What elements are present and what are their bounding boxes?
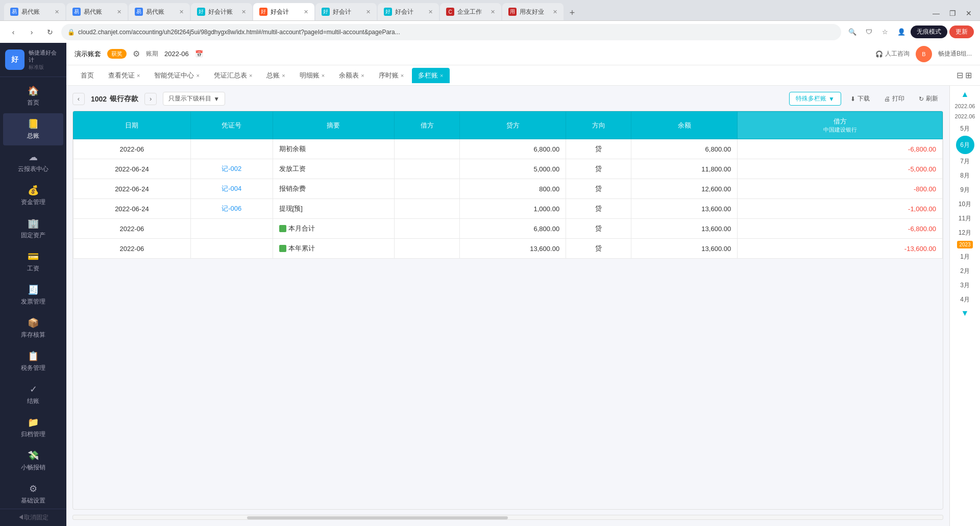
tab-view-voucher-close[interactable]: ×	[137, 72, 140, 79]
tab-close-4[interactable]: ✕	[241, 9, 246, 15]
browser-tab-8[interactable]: C 企业工作 ✕	[440, 3, 501, 20]
tab-balance-table-close[interactable]: ×	[361, 72, 364, 79]
tab-close-8[interactable]: ✕	[491, 9, 495, 15]
month-feb-2023[interactable]: 2月	[954, 264, 976, 278]
tab-sequence-ledger-close[interactable]: ×	[401, 72, 404, 79]
month-june[interactable]: 6月	[956, 136, 974, 154]
sidebar-item-tax[interactable]: 📋 税务管理	[3, 345, 63, 378]
sidebar-item-expense[interactable]: 💸 小畅报销	[3, 445, 63, 477]
tab-multi-ledger-close[interactable]: ×	[440, 72, 443, 79]
settings-icon[interactable]: ⚙	[133, 49, 140, 59]
sidebar-item-inventory[interactable]: 📦 库存核算	[3, 312, 63, 344]
update-button[interactable]: 更新	[949, 26, 974, 38]
voucher-link[interactable]: 记-006	[222, 205, 241, 212]
print-button[interactable]: 🖨 打印	[879, 92, 910, 105]
tab-view-voucher[interactable]: 查看凭证 ×	[102, 68, 146, 83]
tab-close-3[interactable]: ✕	[179, 9, 184, 15]
sidebar-item-salary[interactable]: 💳 工资	[3, 246, 63, 278]
new-tab-button[interactable]: +	[565, 5, 580, 20]
month-september[interactable]: 9月	[954, 183, 976, 197]
browser-tab-2[interactable]: 易 易代账 ✕	[66, 3, 128, 20]
sidebar-item-close[interactable]: ✓ 结账	[3, 379, 63, 411]
tab-minimize-button[interactable]: —	[929, 6, 943, 20]
no-trace-button[interactable]: 无痕模式	[911, 26, 947, 38]
back-button[interactable]: ‹	[6, 25, 20, 39]
month-december[interactable]: 12月	[954, 226, 976, 240]
cell-voucher[interactable]: 记-002	[190, 159, 273, 179]
sidebar-item-invoice[interactable]: 🧾 发票管理	[3, 279, 63, 311]
tab-voucher-summary[interactable]: 凭证汇总表 ×	[208, 68, 258, 83]
download-button[interactable]: ⬇ 下载	[845, 92, 875, 105]
month-october[interactable]: 10月	[954, 197, 976, 211]
cell-voucher[interactable]: 记-006	[190, 199, 273, 219]
tab-general-ledger[interactable]: 总账 ×	[260, 68, 291, 83]
cell-voucher[interactable]: 记-004	[190, 179, 273, 199]
month-apr-2023[interactable]: 4月	[954, 292, 976, 307]
scroll-down-button[interactable]: ▼	[959, 307, 971, 320]
month-may[interactable]: 5月	[954, 121, 976, 136]
refresh-button[interactable]: ↻	[43, 25, 57, 39]
browser-tab-4[interactable]: 好 好会计账 ✕	[191, 3, 252, 20]
browser-tab-9[interactable]: 用 用友好业 ✕	[502, 3, 564, 20]
special-multi-ledger-button[interactable]: 特殊多栏账 ▼	[789, 92, 841, 106]
filter-button[interactable]: 只显示下级科目 ▼	[163, 92, 225, 106]
month-august[interactable]: 8月	[954, 168, 976, 183]
month-july[interactable]: 7月	[954, 154, 976, 168]
browser-tab-7[interactable]: 好 好会计 ✕	[378, 3, 439, 20]
tab-detail-ledger-close[interactable]: ×	[322, 72, 325, 79]
th-extra-debit: 借方 中国建设银行	[738, 112, 943, 139]
user-avatar[interactable]: B	[916, 46, 932, 62]
browser-tab-6[interactable]: 好 好会计 ✕	[315, 3, 377, 20]
tab-restore-button[interactable]: ❐	[945, 6, 960, 20]
account-next-button[interactable]: ›	[144, 93, 157, 105]
refresh-button-ledger[interactable]: ↻ 刷新	[914, 92, 943, 105]
url-bar[interactable]: 🔒 cloud2.chanjet.com/accounting/uh26t264…	[61, 24, 841, 40]
scroll-up-button[interactable]: ▲	[959, 88, 971, 101]
ledger-table-wrapper[interactable]: 日期 凭证号 摘要 借方 贷方 方向 余额 借方 中国建设银行	[72, 111, 943, 510]
browser-tab-5[interactable]: 好 好会计 ✕	[253, 3, 314, 20]
tab-close-6[interactable]: ✕	[366, 9, 371, 15]
tab-smart-voucher-close[interactable]: ×	[196, 72, 199, 79]
account-badge[interactable]: 获奖	[107, 49, 127, 59]
month-jan-2023[interactable]: 1月	[954, 249, 976, 264]
tab-close-2[interactable]: ✕	[117, 9, 121, 15]
sidebar-item-fixed-assets[interactable]: 🏢 固定资产	[3, 213, 63, 245]
search-icon[interactable]: 🔍	[845, 25, 860, 39]
shield-icon[interactable]: 🛡	[862, 25, 876, 39]
browser-tab-3[interactable]: 易 易代账 ✕	[129, 3, 190, 20]
tab-sequence-ledger[interactable]: 序时账 ×	[373, 68, 410, 83]
month-november[interactable]: 11月	[954, 211, 976, 226]
forward-button[interactable]: ›	[24, 25, 39, 39]
tab-close-7[interactable]: ✕	[428, 9, 433, 15]
sidebar-item-archive[interactable]: 📁 归档管理	[3, 412, 63, 444]
tab-voucher-summary-close[interactable]: ×	[249, 72, 252, 79]
calendar-icon[interactable]: 📅	[195, 50, 203, 58]
sidebar-pin-button[interactable]: ◀取消固定	[0, 509, 66, 526]
sidebar-item-settings[interactable]: ⚙ 基础设置	[3, 478, 63, 509]
collapse-icon[interactable]: ⊟	[957, 70, 963, 80]
account-prev-button[interactable]: ‹	[72, 93, 85, 105]
voucher-link[interactable]: 记-004	[222, 185, 241, 192]
horizontal-scrollbar[interactable]	[72, 515, 943, 520]
tab-balance-table[interactable]: 余额表 ×	[333, 68, 370, 83]
consult-button[interactable]: 🎧 人工咨询	[875, 49, 910, 58]
tab-detail-ledger[interactable]: 明细账 ×	[293, 68, 331, 83]
month-mar-2023[interactable]: 3月	[954, 278, 976, 292]
voucher-link[interactable]: 记-002	[222, 165, 241, 172]
tab-close-button[interactable]: ✕	[962, 6, 976, 20]
expand-icon[interactable]: ⊞	[965, 70, 972, 80]
sidebar-item-home[interactable]: 🏠 首页	[3, 80, 63, 112]
sidebar-item-ledger[interactable]: 📒 总账	[3, 113, 63, 145]
tab-multi-ledger[interactable]: 多栏账 ×	[412, 68, 449, 83]
tab-close-1[interactable]: ✕	[55, 9, 59, 15]
browser-tab-1[interactable]: 易 易代账 ✕	[4, 3, 65, 20]
star-icon[interactable]: ☆	[878, 25, 892, 39]
tab-general-ledger-close[interactable]: ×	[282, 72, 285, 79]
tab-close-5[interactable]: ✕	[304, 9, 308, 15]
tab-smart-voucher[interactable]: 智能凭证中心 ×	[148, 68, 205, 83]
tab-close-9[interactable]: ✕	[553, 9, 557, 15]
sidebar-item-fund[interactable]: 💰 资金管理	[3, 180, 63, 212]
sidebar-item-cloud-report[interactable]: ☁ 云报表中心	[3, 146, 63, 179]
tab-home[interactable]: 首页	[75, 68, 100, 83]
profile-icon[interactable]: 👤	[894, 25, 909, 39]
